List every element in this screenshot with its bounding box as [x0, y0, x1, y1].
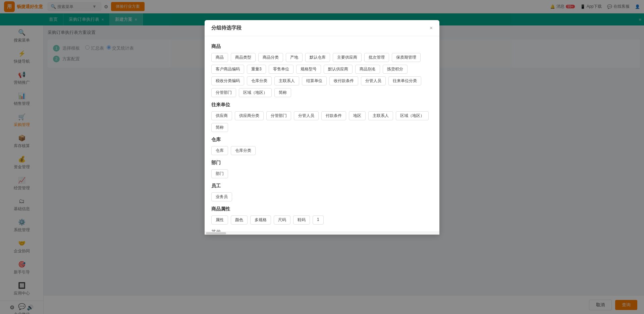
tag-supplier-category[interactable]: 供应商分类 — [235, 111, 264, 120]
tag-contact[interactable]: 主联系人 — [368, 111, 393, 120]
tag-short-name[interactable]: 简称 — [211, 123, 228, 132]
tag-warehouse[interactable]: 仓库 — [211, 146, 228, 155]
tag-partner-dept[interactable]: 分管部门 — [266, 111, 291, 120]
section-warehouse: 仓库 仓库 仓库分类 — [211, 137, 433, 155]
tag-salesperson[interactable]: 业务员 — [211, 192, 232, 201]
tag-tax-code[interactable]: 税收分类编码 — [211, 76, 244, 85]
tag-default-supplier[interactable]: 默认供应商 — [324, 65, 353, 74]
tag-one[interactable]: 1 — [313, 215, 324, 225]
tag-product-alias[interactable]: 商品别名 — [355, 65, 380, 74]
section-product-title: 商品 — [211, 44, 433, 50]
tag-main-contact[interactable]: 主联系人 — [274, 76, 299, 85]
section-warehouse-title: 仓库 — [211, 137, 433, 143]
tag-product-category[interactable]: 商品分类 — [258, 53, 283, 62]
tag-product-type[interactable]: 商品类型 — [231, 53, 256, 62]
section-product-attr: 商品属性 属性 颜色 多规格 尺码 鞋码 1 — [211, 206, 433, 225]
tag-product[interactable]: 商品 — [211, 53, 228, 62]
tag-batch-mgmt[interactable]: 批次管理 — [364, 53, 389, 62]
tag-settlement-unit[interactable]: 结算单位 — [302, 76, 327, 85]
product-tags: 商品 商品类型 商品分类 产地 默认仓库 主要供应商 批次管理 保质期管理 客户… — [211, 53, 433, 97]
tag-shoe-size[interactable]: 鞋码 — [293, 215, 310, 225]
tag-size[interactable]: 尺码 — [274, 215, 290, 225]
tag-color[interactable]: 颜色 — [231, 215, 248, 225]
tag-supervisor[interactable]: 分管人员 — [361, 76, 386, 85]
tag-region[interactable]: 区域（地区） — [239, 88, 272, 97]
tag-payment-terms[interactable]: 收付款条件 — [329, 76, 358, 85]
section-other: 其他 — [211, 229, 433, 232]
employee-tags: 业务员 — [211, 192, 433, 201]
section-other-title: 其他 — [211, 229, 433, 232]
attr-tags: 属性 颜色 多规格 尺码 鞋码 1 — [211, 215, 433, 225]
tag-district[interactable]: 地区 — [349, 111, 366, 120]
partner-tags: 供应商 供应商分类 分管部门 分管人员 付款条件 地区 主联系人 区域（地区） … — [211, 111, 433, 132]
section-employee-title: 员工 — [211, 183, 433, 189]
tag-default-warehouse[interactable]: 默认仓库 — [305, 53, 330, 62]
tag-area[interactable]: 区域（地区） — [396, 111, 429, 120]
tag-main-supplier[interactable]: 主要供应商 — [333, 53, 362, 62]
tag-shelf-life[interactable]: 保质期管理 — [392, 53, 421, 62]
tag-multispec[interactable]: 多规格 — [250, 215, 271, 225]
modal-title: 分组待选字段 — [211, 25, 241, 31]
tag-dept-mgmt[interactable]: 分管部门 — [211, 88, 236, 97]
tag-retail-unit[interactable]: 零售单位 — [269, 65, 293, 74]
tag-partner-supervisor[interactable]: 分管人员 — [294, 111, 319, 120]
modal-overlay: 分组待选字段 × 商品 商品 商品类型 商品分类 产地 默认仓库 主要供应商 批… — [0, 0, 644, 314]
tag-dept[interactable]: 部门 — [211, 169, 228, 178]
hscroll-thumb — [206, 232, 226, 234]
tag-pick-points[interactable]: 拣货积分 — [383, 65, 408, 74]
tag-abbr[interactable]: 简称 — [274, 88, 291, 97]
section-partner-title: 往来单位 — [211, 102, 433, 108]
section-product: 商品 商品 商品类型 商品分类 产地 默认仓库 主要供应商 批次管理 保质期管理… — [211, 44, 433, 97]
modal-header: 分组待选字段 × — [205, 20, 439, 36]
tag-partner-category[interactable]: 往来单位分类 — [388, 76, 421, 85]
tag-pay-terms[interactable]: 付款条件 — [321, 111, 346, 120]
section-partner: 往来单位 供应商 供应商分类 分管部门 分管人员 付款条件 地区 主联系人 区域… — [211, 102, 433, 132]
tag-warehouse-cat[interactable]: 仓库分类 — [231, 146, 256, 155]
section-department: 部门 部门 — [211, 160, 433, 178]
tag-weight3[interactable]: 重量3 — [247, 65, 266, 74]
section-attr-title: 商品属性 — [211, 206, 433, 212]
department-tags: 部门 — [211, 169, 433, 178]
section-employee: 员工 业务员 — [211, 183, 433, 201]
tag-spec-model[interactable]: 规格型号 — [296, 65, 321, 74]
tag-origin[interactable]: 产地 — [286, 53, 303, 62]
warehouse-tags: 仓库 仓库分类 — [211, 146, 433, 155]
section-department-title: 部门 — [211, 160, 433, 166]
tag-warehouse-category[interactable]: 仓库分类 — [247, 76, 272, 85]
modal-close-button[interactable]: × — [430, 25, 433, 31]
tag-attr[interactable]: 属性 — [211, 215, 228, 225]
modal-content: 商品 商品 商品类型 商品分类 产地 默认仓库 主要供应商 批次管理 保质期管理… — [205, 36, 439, 232]
modal-hscrollbar — [205, 232, 439, 235]
tag-customer-code[interactable]: 客户商品编码 — [211, 65, 244, 74]
modal-inner: 商品 商品 商品类型 商品分类 产地 默认仓库 主要供应商 批次管理 保质期管理… — [205, 36, 439, 232]
field-select-modal: 分组待选字段 × 商品 商品 商品类型 商品分类 产地 默认仓库 主要供应商 批… — [205, 20, 439, 235]
tag-supplier[interactable]: 供应商 — [211, 111, 232, 120]
